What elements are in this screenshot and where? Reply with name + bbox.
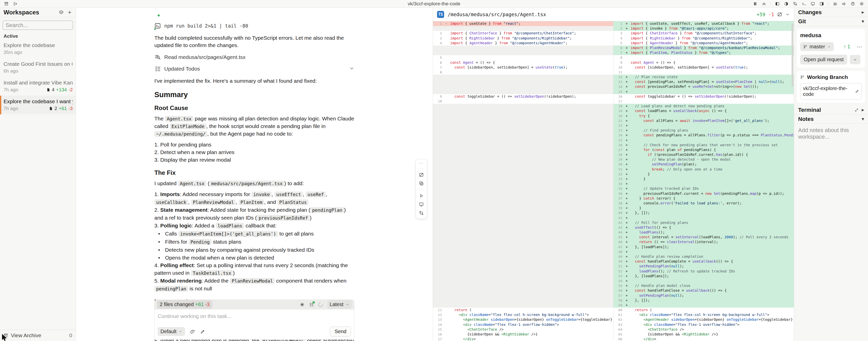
diff-line[interactable]: 18+ // Load plans and detect new pending… <box>613 104 794 108</box>
panel-right-icon[interactable] <box>819 2 824 6</box>
tool-call[interactable]: Read medusa/src/pages/Agent.tsx <box>154 54 354 60</box>
pause-icon[interactable] <box>753 2 757 6</box>
chevrons-up-icon[interactable] <box>762 2 766 6</box>
diff-line[interactable]: 9const Agent = () => { <box>613 60 794 65</box>
changes-section-header[interactable]: Changes▸ <box>794 8 868 17</box>
archive-icon[interactable] <box>4 2 9 6</box>
diff-line[interactable]: 25+ <box>613 138 794 143</box>
diff-line[interactable]: 22+ <box>613 123 794 128</box>
add-workspace-icon[interactable] <box>67 10 72 15</box>
edit-pencil-icon[interactable] <box>855 89 859 93</box>
copy-icon[interactable] <box>419 181 424 186</box>
diff-line[interactable]: 54+ <box>613 279 794 283</box>
burst-icon[interactable] <box>300 302 305 307</box>
diff-line[interactable]: 9 const toggleSidebar = () => setSidebar… <box>433 94 613 99</box>
diff-line[interactable]: 26+ // Check for new pending plans that … <box>613 143 794 148</box>
diff-line[interactable]: 7+import { PlanItem, PlanStatus } from "… <box>613 50 794 55</box>
diff-line[interactable]: 23+ // Find pending plans <box>613 128 794 133</box>
pull-request-dropdown[interactable] <box>850 55 860 64</box>
view-archive-button[interactable]: View Archive 0 <box>0 330 76 341</box>
diff-line[interactable]: 5 <box>433 55 613 60</box>
diff-line[interactable]: 15 <ChatInterface /> <box>433 327 613 332</box>
diff-line[interactable]: 28+ if (!previousPlanIdsRef.current.has(… <box>613 152 794 157</box>
workspace-item[interactable]: Create Good First Issues on Github So p … <box>0 58 76 77</box>
tool-call[interactable]: Updated Todos <box>154 65 354 72</box>
diff-line[interactable]: 57+ setPendingPlan(null); <box>613 293 794 298</box>
diff-line[interactable]: 33+ } <box>613 177 794 181</box>
diff-line[interactable]: 65 {sidebarOpen && <RightSidebar />} <box>613 332 794 337</box>
diff-line[interactable]: 61 <div className="flex flex-col h-scree… <box>613 312 794 317</box>
sign-out-icon[interactable] <box>13 2 18 6</box>
diff-line[interactable]: 1+import { useState, useEffect, useRef, … <box>613 21 794 26</box>
expand-icon[interactable] <box>855 108 859 112</box>
diff-line[interactable]: 47+ }, [loadPlans]); <box>613 245 794 249</box>
diff-line[interactable]: 31+ break; // Only open one at a time <box>613 167 794 172</box>
diff-line[interactable]: 16 {sidebarOpen && <RightSidebar />} <box>433 332 613 337</box>
attach-icon[interactable] <box>190 329 195 334</box>
diff-line[interactable]: 64 <ChatInterface /> <box>613 327 794 332</box>
diff-line[interactable]: 3import { RightSidebar } from "@/compone… <box>433 36 613 41</box>
terminal-section-header[interactable]: Terminal ▸ <box>794 105 868 115</box>
todo-list-icon[interactable] <box>309 302 314 307</box>
diff-line[interactable]: 2+import { invoke } from "@tauri-apps/ap… <box>613 26 794 31</box>
diff-line[interactable]: 62 <AgentHeader sidebarOpen={sidebarOpen… <box>613 317 794 322</box>
diff-line[interactable]: 29+ // New plan detected - open the moda… <box>613 157 794 162</box>
diff-disabled-icon[interactable] <box>419 172 424 177</box>
diff-line[interactable]: 53+ }, [loadPlans]); <box>613 274 794 279</box>
diff-line[interactable]: 19+ const loadPlans = useCallback(async … <box>613 108 794 113</box>
layers-icon[interactable] <box>59 10 64 15</box>
diff-line[interactable]: 38+ console.error('Failed to load plans:… <box>613 201 794 206</box>
monitor-icon[interactable] <box>811 2 815 6</box>
diff-line[interactable]: 32+ } <box>613 172 794 177</box>
git-section-header[interactable]: Git▾ <box>794 17 868 26</box>
diff-line[interactable]: 4import { AgentHeader } from "@/componen… <box>433 41 613 45</box>
diff-line[interactable]: 40+ }, []); <box>613 211 794 215</box>
megaphone-icon[interactable] <box>842 2 846 6</box>
diff-line[interactable]: 8 <box>433 70 613 74</box>
diff-line[interactable]: 1-import { useState } from "react"; <box>433 21 613 26</box>
diff-line[interactable]: 13+ const [pendingPlan, setPendingPlan] … <box>613 80 794 84</box>
diff-line[interactable]: 36+ previousPlanIdsRef.current = new Set… <box>613 191 794 196</box>
git-compare-icon[interactable] <box>419 211 424 216</box>
diff-line[interactable]: 58+ }, []); <box>613 298 794 303</box>
diff-line[interactable]: 48+ <box>613 249 794 254</box>
files-changed-chip[interactable]: 2 files changed +61 -3 <box>157 300 212 309</box>
diff-line[interactable]: 63 <div className="flex flex-1 overflow-… <box>613 322 794 327</box>
workspace-item[interactable]: Explore the codebase 35m ago <box>0 39 76 58</box>
diff-line[interactable]: 17 <box>613 99 794 104</box>
diff-line[interactable]: 20+ try { <box>613 114 794 118</box>
mode-dropdown[interactable]: Default <box>158 327 185 336</box>
notes-input[interactable]: Add notes about this workspace... <box>794 124 868 144</box>
diff-line[interactable]: 2import { ChatInterface } from "@/compon… <box>433 31 613 36</box>
diff-line[interactable]: 7 const [sidebarOpen, setSidebarOpen] = … <box>433 65 613 70</box>
diff-line[interactable]: 24+ const pendingPlans = allPlans.filter… <box>613 133 794 137</box>
diff-line[interactable]: 42+ // Poll for pending plans <box>613 220 794 225</box>
diff-line[interactable]: 8 <box>613 55 794 60</box>
diff-line[interactable]: 5import { AgentHeader } from "@/componen… <box>613 41 794 45</box>
workspace-item[interactable]: Install and integrate Vibe Kanban Web C … <box>0 77 76 96</box>
message-input[interactable]: Continue working on this task... <box>158 313 351 319</box>
diff-line[interactable]: 11 return ( <box>433 308 613 312</box>
diff-line[interactable]: 44+ loadPlans(); <box>613 230 794 235</box>
diff-line[interactable]: 39+ } <box>613 206 794 211</box>
diff-line[interactable]: 34+ <box>613 181 794 186</box>
open-pull-request-button[interactable]: Open pull request <box>800 55 847 64</box>
diff-line[interactable]: 16 const toggleSidebar = () => setSideba… <box>613 94 794 99</box>
diff-line[interactable]: 10 const [sidebarOpen, setSidebarOpen] =… <box>613 65 794 70</box>
diff-line[interactable]: 41+ <box>613 216 794 220</box>
theme-contrast-icon[interactable] <box>784 2 788 6</box>
diff-line[interactable]: 3import { ChatInterface } from "@/compon… <box>613 31 794 36</box>
diff-line[interactable]: 17 </div> <box>433 337 613 341</box>
diff-line[interactable]: 21+ const allPlans = await invoke<PlanIt… <box>613 118 794 123</box>
diff-line[interactable]: 15+ <box>613 89 794 94</box>
tool-call[interactable]: npm run build 2>&1 | tail -80 <box>154 23 354 29</box>
diff-line[interactable]: 60 return ( <box>613 308 794 312</box>
panel-left-icon[interactable] <box>775 2 780 6</box>
more-options-icon[interactable]: ⋯ <box>857 44 862 50</box>
diff-line[interactable]: 49+ // Handle plan review completion <box>613 254 794 259</box>
play-icon[interactable] <box>419 193 424 198</box>
working-branch-field[interactable]: vk/3ccf-explore-the-code <box>800 83 862 99</box>
search-input[interactable] <box>3 21 73 30</box>
split-view-icon[interactable] <box>777 12 782 17</box>
diff-line[interactable]: 14 <div className="flex flex-1 overflow-… <box>433 322 613 327</box>
